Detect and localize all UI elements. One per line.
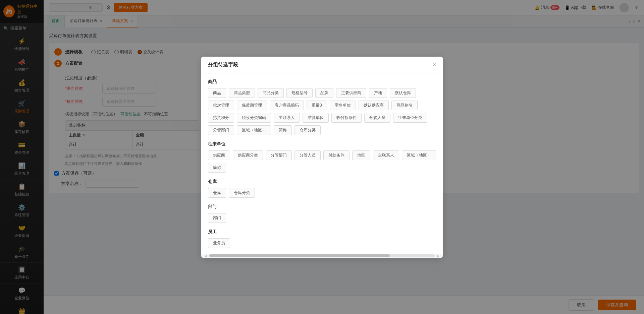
field-tag[interactable]: 仓库分类 [294,125,321,135]
field-tag[interactable]: 产地 [369,88,387,98]
field-tag[interactable]: 区域（地区） [237,125,271,135]
field-tag[interactable]: 供应商 [208,150,230,160]
field-tag[interactable]: 地区 [352,150,370,160]
field-tag[interactable]: 默认供应商 [359,101,389,110]
modal-body[interactable]: 商品商品商品类型商品分类规格型号品牌主要供应商产地默认仓库批次管理保质期管理客户… [201,73,443,254]
field-tag[interactable]: 结算单位 [303,113,329,123]
field-tag[interactable]: 商品 [208,88,226,98]
section-title-goods: 商品 [208,79,436,85]
field-tag[interactable]: 业务员 [208,238,230,248]
field-tag[interactable]: 收付款条件 [331,113,362,123]
section-title-partner: 往来单位 [208,141,436,147]
modal-header: 分组待选字段 × [201,57,443,73]
field-tag[interactable]: 批次管理 [208,101,234,110]
field-tag[interactable]: 主要供应商 [336,88,366,98]
horizontal-scrollbar[interactable] [209,254,435,257]
section-title-employee: 员工 [208,229,436,235]
field-tag[interactable]: 零售单位 [330,101,356,110]
scroll-left-arrow[interactable]: ◀ [203,254,209,258]
field-section-goods: 商品商品商品类型商品分类规格型号品牌主要供应商产地默认仓库批次管理保质期管理客户… [208,79,436,135]
field-tag[interactable]: 拣货积分 [208,113,234,123]
field-tag[interactable]: 供应商分类 [233,150,263,160]
field-tags-employee: 业务员 [208,238,436,248]
field-tag[interactable]: 仓库分类 [229,188,255,198]
field-tag[interactable]: 分管部门 [208,125,234,135]
field-tag[interactable]: 保质期管理 [237,101,267,110]
field-tag[interactable]: 分管部门 [266,150,292,160]
field-tag[interactable]: 客户商品编码 [270,101,304,110]
field-tag[interactable]: 主联系人 [373,150,399,160]
field-tag[interactable]: 分管人员 [364,113,390,123]
section-title-warehouse: 仓库 [208,179,436,185]
field-tag[interactable]: 品牌 [315,88,333,98]
field-tag[interactable]: 规格型号 [286,88,313,98]
field-tag[interactable]: 主联系人 [274,113,300,123]
field-section-employee: 员工业务员 [208,229,436,248]
field-section-partner: 往来单位供应商供应商分类分管部门分管人员付款条件地区主联系人区域（地区）简称 [208,141,436,173]
field-tag[interactable]: 税收分类编码 [237,113,271,123]
field-tags-warehouse: 仓库仓库分类 [208,188,436,198]
modal-footer-scrollbar: ◀ ▶ [201,254,443,258]
field-tag[interactable]: 商品分类 [258,88,284,98]
field-tag[interactable]: 仓库 [208,188,226,198]
field-tags-partner: 供应商供应商分类分管部门分管人员付款条件地区主联系人区域（地区）简称 [208,150,436,173]
field-tag[interactable]: 分管人员 [294,150,321,160]
field-tag[interactable]: 区域（地区） [402,150,436,160]
field-tag[interactable]: 简称 [274,125,292,135]
field-tag[interactable]: 商品别名 [391,101,418,110]
field-section-warehouse: 仓库仓库仓库分类 [208,179,436,198]
field-tags-department: 部门 [208,213,436,223]
scroll-right-arrow[interactable]: ▶ [435,254,441,258]
field-tag[interactable]: 默认仓库 [390,88,416,98]
field-tag[interactable]: 付款条件 [323,150,350,160]
field-tag[interactable]: 商品类型 [229,88,255,98]
field-tag[interactable]: 重量3 [307,101,327,110]
field-select-modal: 分组待选字段 × 商品商品商品类型商品分类规格型号品牌主要供应商产地默认仓库批次… [201,57,443,258]
field-tags-goods: 商品商品类型商品分类规格型号品牌主要供应商产地默认仓库批次管理保质期管理客户商品… [208,88,436,135]
field-tag[interactable]: 简称 [208,163,226,173]
section-title-department: 部门 [208,204,436,210]
modal-close-button[interactable]: × [432,61,436,68]
field-tag[interactable]: 部门 [208,213,226,223]
modal-title: 分组待选字段 [208,62,238,68]
field-tag[interactable]: 往来单位分类 [393,113,427,123]
scrollbar-thumb [209,254,390,257]
field-section-department: 部门部门 [208,204,436,223]
